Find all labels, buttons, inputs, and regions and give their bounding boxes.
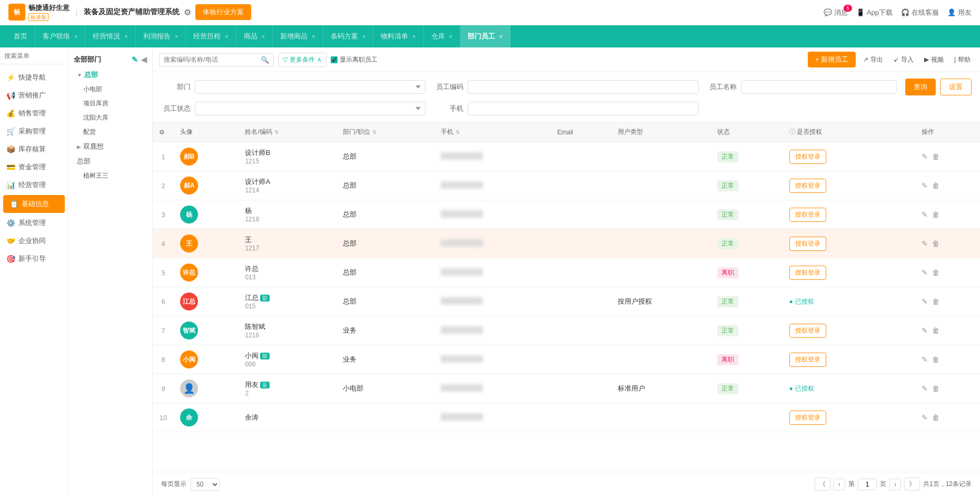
tab-operations-close[interactable]: × <box>124 33 127 40</box>
filter-emp-name-input[interactable] <box>741 80 897 94</box>
tab-customer-close[interactable]: × <box>74 33 77 40</box>
delete-icon-6[interactable]: 🗑 <box>932 326 939 335</box>
prev-page-btn[interactable]: ‹ <box>834 479 845 490</box>
tab-warehouse[interactable]: 仓库 × <box>424 25 460 47</box>
delete-icon-1[interactable]: 🗑 <box>932 181 939 190</box>
delete-icon-7[interactable]: 🗑 <box>932 355 939 364</box>
delete-icon-3[interactable]: 🗑 <box>932 239 939 248</box>
auth-btn-row3[interactable]: 授权登录 <box>789 237 826 251</box>
help-btn[interactable]: | 帮助 <box>951 53 974 66</box>
tree-node-distribution[interactable]: 配货 <box>68 125 152 139</box>
sidebar-item-finance[interactable]: 💳 资金管理 <box>0 158 68 176</box>
import-btn[interactable]: ↙ 导入 <box>890 53 917 66</box>
tab-profit-close[interactable]: × <box>175 33 178 40</box>
tab-goods[interactable]: 商品 × <box>236 25 273 47</box>
sidebar-item-inventory[interactable]: 📦 库存核算 <box>0 140 68 158</box>
tree-node-shuanglu[interactable]: ▶ 双鹿想 <box>68 139 152 154</box>
th-phone[interactable]: 手机 ⇅ <box>434 122 551 142</box>
tab-profit[interactable]: 利润报告 × <box>136 25 186 47</box>
online-service-btn[interactable]: 🎧 在线客服 <box>901 8 939 17</box>
auth-btn-row6[interactable]: 授权登录 <box>789 324 826 338</box>
last-page-btn[interactable]: 》 <box>904 478 920 491</box>
tab-history-close[interactable]: × <box>225 33 228 40</box>
edit-icon-5[interactable]: ✎ <box>922 297 928 306</box>
gear-icon[interactable]: ⚙ <box>184 7 191 17</box>
sidebar-item-system[interactable]: ⚙️ 系统管理 <box>0 214 68 232</box>
show-resigned-input[interactable] <box>331 56 338 63</box>
tab-bom[interactable]: 物料清单 × <box>373 25 423 47</box>
tab-staff[interactable]: 部门员工 × <box>460 25 510 47</box>
filter-phone-input[interactable] <box>468 102 698 115</box>
more-filter-btn[interactable]: ▽ 更多条件 ∧ <box>278 53 326 67</box>
filter-emp-code-input[interactable] <box>468 80 698 94</box>
edit-icon-4[interactable]: ✎ <box>922 268 928 277</box>
edit-icon-0[interactable]: ✎ <box>922 152 928 161</box>
delete-icon-9[interactable]: 🗑 <box>932 413 939 422</box>
auth-btn-row0[interactable]: 授权登录 <box>789 150 826 164</box>
filter-search-btn[interactable]: 查询 <box>905 79 936 95</box>
tab-customer[interactable]: 客户联络 × <box>35 25 85 47</box>
name-sort-icon[interactable]: ⇅ <box>274 129 279 135</box>
sidebar-item-collab[interactable]: 🤝 企业协同 <box>0 232 68 250</box>
auth-btn-row4[interactable]: 授权登录 <box>789 266 826 280</box>
tab-bom-close[interactable]: × <box>412 33 415 40</box>
tab-staff-close[interactable]: × <box>499 33 502 40</box>
view-btn[interactable]: ▶ 视频 <box>921 53 947 66</box>
dept-sort-icon[interactable]: ⇅ <box>372 129 377 135</box>
show-resigned-checkbox[interactable]: 显示离职员工 <box>331 55 378 64</box>
tree-collapse-icon[interactable]: ◀ <box>141 55 147 64</box>
tab-operations[interactable]: 经营情况 × <box>85 25 135 47</box>
auth-btn-row2[interactable]: 授权登录 <box>789 208 826 222</box>
edit-icon-2[interactable]: ✎ <box>922 210 928 219</box>
edit-icon-8[interactable]: ✎ <box>922 384 928 393</box>
user-btn[interactable]: 👤 用友 <box>947 8 972 17</box>
edit-icon-1[interactable]: ✎ <box>922 181 928 190</box>
sidebar-search-input[interactable] <box>4 52 68 60</box>
auth-btn-row9[interactable]: 授权登录 <box>789 411 826 425</box>
tab-add-goods[interactable]: 新增商品 × <box>273 25 323 47</box>
export-btn[interactable]: ↗ 导出 <box>860 53 886 66</box>
filter-dept-select[interactable] <box>195 80 425 94</box>
tab-warehouse-close[interactable]: × <box>449 33 452 40</box>
tree-node-zhushu[interactable]: 植树王三 <box>68 169 152 183</box>
delete-icon-4[interactable]: 🗑 <box>932 268 939 277</box>
sidebar-search-box[interactable]: 🔍 <box>0 47 68 64</box>
sidebar-item-basic[interactable]: 📋 基础信息 <box>3 195 65 213</box>
next-page-btn[interactable]: › <box>889 479 901 490</box>
edit-icon-3[interactable]: ✎ <box>922 239 928 248</box>
tab-barcode-close[interactable]: × <box>362 33 365 40</box>
phone-sort-icon[interactable]: ⇅ <box>456 129 460 135</box>
edit-icon-9[interactable]: ✎ <box>922 413 928 422</box>
delete-icon-0[interactable]: 🗑 <box>932 152 939 161</box>
delete-icon-8[interactable]: 🗑 <box>932 384 939 393</box>
per-page-select[interactable]: 50 20 100 <box>191 478 220 491</box>
delete-icon-5[interactable]: 🗑 <box>932 297 939 306</box>
filter-status-select[interactable] <box>195 102 425 115</box>
delete-icon-2[interactable]: 🗑 <box>932 210 939 219</box>
tab-goods-close[interactable]: × <box>262 33 265 40</box>
auth-btn-row7[interactable]: 授权登录 <box>789 353 826 367</box>
edit-icon-6[interactable]: ✎ <box>922 326 928 335</box>
tree-node-shenyang[interactable]: 沈阳大库 <box>68 111 152 125</box>
tree-node-project[interactable]: 项目库房 <box>68 96 152 111</box>
first-page-btn[interactable]: 《 <box>815 478 830 491</box>
tab-home[interactable]: 首页 <box>6 25 35 47</box>
add-employee-btn[interactable]: + 新增员工 <box>808 52 856 67</box>
tree-edit-icon[interactable]: ✎ <box>132 55 138 64</box>
sidebar-item-purchase[interactable]: 🛒 采购管理 <box>0 122 68 140</box>
sidebar-item-shortcut[interactable]: ⚡ 快捷导航 <box>0 69 68 86</box>
filter-set-btn[interactable]: 设置 <box>940 79 972 95</box>
sidebar-item-operations[interactable]: 📊 经营管理 <box>0 176 68 194</box>
tree-node-zongbu[interactable]: 总部 <box>68 154 152 169</box>
sidebar-item-sales[interactable]: 💰 销售管理 <box>0 104 68 122</box>
sidebar-item-marketing[interactable]: 📢 营销推广 <box>0 86 68 104</box>
th-dept[interactable]: 部门/职位 ⇅ <box>336 122 434 142</box>
page-number-input[interactable] <box>858 479 877 490</box>
trial-btn[interactable]: 体验行业方案 <box>195 4 251 20</box>
tab-barcode[interactable]: 条码方案 × <box>323 25 373 47</box>
tree-node-hq-root[interactable]: ▼ 总部 <box>68 67 152 82</box>
sidebar-item-guide[interactable]: 🎯 新手引导 <box>0 250 68 268</box>
settings-icon[interactable]: ⚙ <box>159 129 165 136</box>
search-input[interactable] <box>164 56 259 63</box>
auth-info-icon[interactable]: ⓘ <box>789 128 796 137</box>
